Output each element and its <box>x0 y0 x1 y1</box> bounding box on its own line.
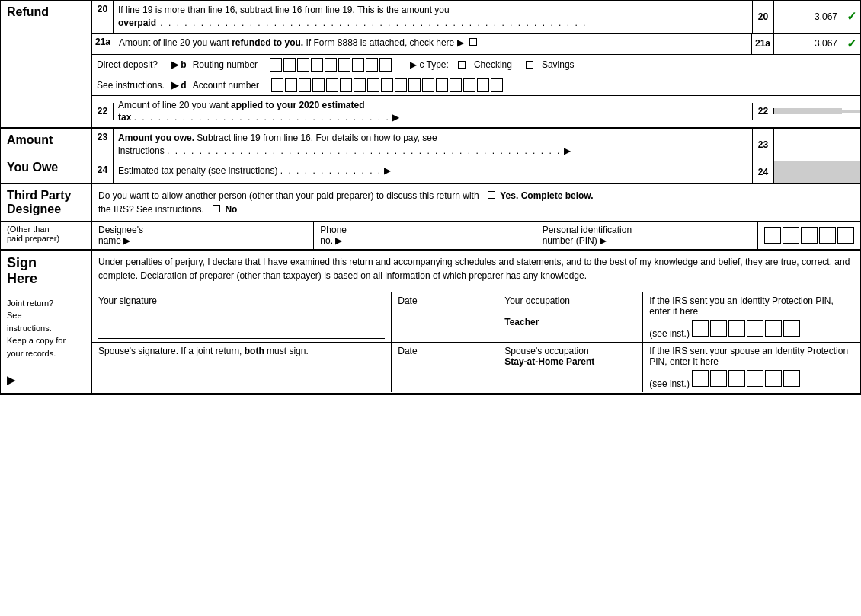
sign-here-top: Sign Here Under penalties of perjury, I … <box>1 251 860 292</box>
line-21a-num: 21a <box>92 34 114 54</box>
irs-pin-box-1-6[interactable] <box>783 320 800 337</box>
line-21a-value: 3,067 <box>773 34 842 54</box>
spouse-occupation-cell: Spouse's occupation Stay-at-Home Parent <box>498 343 643 392</box>
line-24-value-shaded <box>773 161 842 183</box>
no-checkbox[interactable] <box>213 205 220 212</box>
irs-pin-boxes-2[interactable] <box>692 370 800 387</box>
line-22-num: 22 <box>92 103 114 120</box>
line-22-checkmark-area <box>842 110 860 113</box>
account-number-boxes[interactable] <box>271 78 503 92</box>
line-22-value-shaded <box>773 108 842 114</box>
signature-line <box>98 338 385 339</box>
phone-cell: Phone no. ▶ <box>314 222 536 249</box>
irs-pin-box-2-6[interactable] <box>783 370 800 387</box>
pin-label-cell: Personal identification number (PIN) ▶ <box>536 222 758 249</box>
line-23-num: 23 <box>92 129 114 161</box>
line-22-field-num: 22 <box>752 103 773 120</box>
direct-deposit-label: Direct deposit? <box>97 59 165 70</box>
line-23-value <box>773 129 842 161</box>
date-cell-1: Date <box>392 292 498 342</box>
sign-fields-inner: Your signature Date Your occupation Teac… <box>92 292 860 393</box>
irs-pin-box-2-1[interactable] <box>692 370 709 387</box>
checking-checkbox[interactable] <box>458 61 466 69</box>
form-8888-checkbox[interactable] <box>469 38 477 46</box>
line-21a-field-num: 21a <box>751 34 773 54</box>
amount-you-owe-section: Amount You Owe 23 Amount you owe. Subtra… <box>1 129 860 184</box>
designee-name-cell: Designee's name ▶ <box>92 222 314 249</box>
line-d-label: ▶ d <box>171 80 187 91</box>
line-21a-row: 21a Amount of line 20 you want refunded … <box>92 34 860 55</box>
line-24-num: 24 <box>92 161 114 183</box>
spouse-signature-cell: Spouse's signature. If a joint return, b… <box>92 343 392 392</box>
sign-here-section: Sign Here Under penalties of perjury, I … <box>1 251 860 394</box>
line-b-label: ▶ b <box>171 59 187 70</box>
third-party-top: Third Party Designee Do you want to allo… <box>1 184 860 221</box>
see-instructions-label: See instructions. <box>97 80 165 91</box>
line-20-text: If line 19 is more than line 16, subtrac… <box>114 1 752 33</box>
refund-content: 20 If line 19 is more than line 16, subt… <box>92 1 860 127</box>
sign-left-note: Joint return? See instructions. Keep a c… <box>1 292 92 393</box>
deposit-row-b: Direct deposit? ▶ b Routing number ▶ c T… <box>92 55 860 75</box>
line-21a-text: Amount of line 20 you want refunded to y… <box>114 34 751 54</box>
yes-label: Yes. Complete below. <box>488 190 594 201</box>
third-party-section: Third Party Designee Do you want to allo… <box>1 184 860 251</box>
sign-row-1: Your signature Date Your occupation Teac… <box>92 292 860 343</box>
line-22-row: 22 Amount of line 20 you want applied to… <box>92 96 860 128</box>
irs-pin-boxes-1[interactable] <box>692 320 800 337</box>
line-20-field-num: 20 <box>752 1 773 33</box>
line-23-row: 23 Amount you owe. Subtract line 19 from… <box>92 129 860 161</box>
irs-pin-box-1-2[interactable] <box>710 320 727 337</box>
pin-box-1[interactable] <box>764 227 781 244</box>
your-signature-cell: Your signature <box>92 292 392 342</box>
pin-box-2[interactable] <box>783 227 799 244</box>
savings-label: Savings <box>542 59 575 70</box>
other-than-label: (Other than paid preparer) <box>1 222 92 249</box>
sign-row-2: Spouse's signature. If a joint return, b… <box>92 343 860 392</box>
irs-pin-cell-2: If the IRS sent your spouse an Identity … <box>643 343 860 392</box>
line-20-checkmark: ✓ <box>842 1 860 33</box>
line-21a-checkmark: ✓ <box>842 34 860 54</box>
line-20-value: 3,067 <box>773 1 842 33</box>
your-occupation-cell: Your occupation Teacher <box>498 292 643 342</box>
amount-you-owe-content: 23 Amount you owe. Subtract line 19 from… <box>92 129 860 183</box>
line-23-text: Amount you owe. Subtract line 19 from li… <box>114 129 752 161</box>
line-24-text: Estimated tax penalty (see instructions)… <box>114 161 752 183</box>
refund-label: Refund <box>1 1 92 127</box>
line-20-row: 20 If line 19 is more than line 16, subt… <box>92 1 860 34</box>
line-23-area <box>842 129 860 161</box>
checking-label: Checking <box>474 59 512 70</box>
third-party-question: Do you want to allow another person (oth… <box>92 184 860 221</box>
pin-box-3[interactable] <box>801 227 818 244</box>
irs-pin-box-2-3[interactable] <box>728 370 745 387</box>
sign-here-declaration: Under penalties of perjury, I declare th… <box>92 251 860 292</box>
irs-pin-box-1-5[interactable] <box>765 320 782 337</box>
yes-checkbox[interactable] <box>488 191 495 199</box>
account-label: Account number <box>193 80 259 91</box>
irs-pin-box-2-2[interactable] <box>710 370 727 387</box>
type-label: ▶ c Type: <box>410 59 449 70</box>
no-label: No <box>213 204 237 215</box>
pin-boxes-cell <box>758 222 860 249</box>
line-24-row: 24 Estimated tax penalty (see instructio… <box>92 161 860 183</box>
irs-pin-box-2-4[interactable] <box>747 370 763 387</box>
date-cell-2: Date <box>392 343 498 392</box>
pin-box-4[interactable] <box>819 227 836 244</box>
deposit-row-d: See instructions. ▶ d Account number <box>92 75 860 96</box>
third-party-fields: (Other than paid preparer) Designee's na… <box>1 221 860 249</box>
savings-checkbox[interactable] <box>526 61 533 69</box>
routing-label: Routing number <box>193 59 258 70</box>
amount-you-owe-label: Amount You Owe <box>1 129 92 183</box>
line-23-field-num: 23 <box>752 129 773 161</box>
irs-pin-box-2-5[interactable] <box>765 370 782 387</box>
line-22-text: Amount of line 20 you want applied to yo… <box>114 96 752 128</box>
line-24-field-num: 24 <box>752 161 773 183</box>
irs-pin-box-1-4[interactable] <box>747 320 763 337</box>
irs-pin-box-1-3[interactable] <box>728 320 745 337</box>
line-24-checkmark-area <box>842 161 860 183</box>
routing-number-boxes[interactable] <box>270 58 392 72</box>
line-20-num: 20 <box>92 1 114 33</box>
irs-pin-box-1-1[interactable] <box>692 320 709 337</box>
pin-box-5[interactable] <box>837 227 854 244</box>
sign-here-label: Sign Here <box>1 251 92 292</box>
sign-here-fields: Joint return? See instructions. Keep a c… <box>1 292 860 393</box>
